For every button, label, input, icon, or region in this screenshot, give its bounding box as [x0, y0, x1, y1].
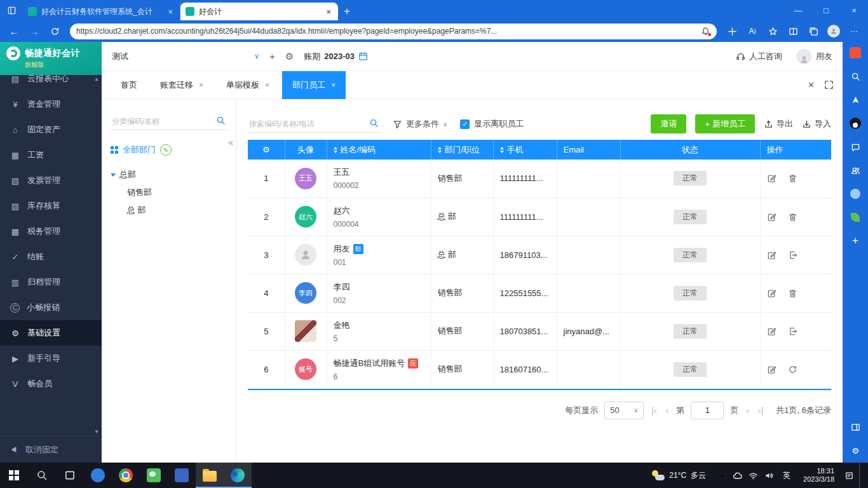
all-departments-row[interactable]: 全部部门 ✎	[111, 144, 227, 156]
sidebar-search-icon[interactable]	[848, 69, 862, 83]
split-screen-icon[interactable]	[784, 22, 802, 40]
tab1-close-icon[interactable]: ×	[166, 7, 175, 17]
sidebar-item-reimburse[interactable]: C小畅报销	[0, 295, 102, 320]
sidebar-item-archive[interactable]: ▥归档管理	[0, 269, 102, 295]
show-desktop-button[interactable]	[859, 463, 868, 488]
employee-search-input[interactable]	[249, 119, 369, 128]
caret-down-icon[interactable]	[111, 173, 116, 177]
window-close-button[interactable]: ×	[840, 0, 868, 20]
qq-icon[interactable]	[848, 116, 862, 130]
export-button[interactable]: 导出	[764, 118, 793, 130]
sidebar-item-report-center[interactable]: ▤云报表中心	[0, 75, 102, 92]
tray-expand-icon[interactable]	[719, 471, 726, 479]
browser-essentials-icon[interactable]	[723, 22, 741, 40]
table-row[interactable]: 6 账号 畅捷通B组试用账号应6 销售部 181607160... 正常	[248, 350, 831, 388]
page-number-input[interactable]	[691, 402, 724, 419]
search-icon[interactable]	[369, 118, 379, 130]
checkbox-checked-icon[interactable]: ✓	[460, 119, 470, 129]
edit-departments-icon[interactable]: ✎	[160, 144, 172, 156]
search-icon[interactable]	[216, 116, 226, 127]
app-icon-chrome[interactable]	[112, 463, 140, 488]
header-dept[interactable]: 部门/职位	[431, 140, 493, 159]
table-row[interactable]: 2 赵六 赵六000004 总 部 111111111... 正常	[248, 198, 831, 236]
user-menu[interactable]: 用友	[796, 49, 832, 64]
invite-button[interactable]: 邀请	[651, 114, 686, 133]
account-selector[interactable]: 测试 ∨	[112, 51, 259, 62]
import-button[interactable]: 导入	[802, 118, 831, 130]
prev-page-button[interactable]: ‹	[665, 405, 670, 416]
sidebar-chat-icon[interactable]	[848, 140, 862, 154]
edit-icon[interactable]	[767, 288, 776, 298]
app-icon-wechat[interactable]	[140, 463, 168, 488]
favorites-icon[interactable]	[764, 22, 782, 40]
sidebar-item-closing[interactable]: ✓结账	[0, 244, 102, 269]
sidebar-add-icon[interactable]: +	[848, 234, 862, 248]
collapse-panel-icon[interactable]: «	[228, 137, 233, 147]
sidebar-item-inventory[interactable]: ▨库存核算	[0, 193, 102, 219]
sidebar-item-tax[interactable]: ▩税务管理	[0, 219, 102, 244]
new-tab-button[interactable]: +	[338, 3, 356, 20]
taskbar-clock[interactable]: 18:31 2023/3/18	[799, 467, 838, 484]
address-bar[interactable]: https://cloud2.chanjet.com/accounting/uh…	[70, 24, 717, 39]
header-phone[interactable]: 手机	[493, 140, 557, 159]
sidebar-panel-icon[interactable]	[848, 420, 862, 434]
start-button[interactable]	[0, 463, 28, 488]
sidebar-item-basic-settings[interactable]: ⚙基础设置	[0, 320, 102, 346]
app-icon-explorer[interactable]	[196, 463, 224, 488]
edit-icon[interactable]	[767, 327, 776, 336]
tab-close-icon[interactable]: ×	[331, 81, 336, 90]
notification-center-icon[interactable]	[844, 471, 854, 480]
volume-icon[interactable]	[764, 471, 774, 480]
delete-icon[interactable]	[788, 173, 797, 183]
table-row[interactable]: 5 金艳5 销售部 180703851... jinyanad@... 正常	[248, 312, 831, 350]
sort-icons[interactable]	[438, 147, 442, 153]
tab-close-icon[interactable]: ×	[199, 81, 203, 90]
close-all-tabs-icon[interactable]: ×	[808, 79, 814, 91]
browser-tab-1[interactable]: 好会计云财务软件管理系统_会计 ×	[23, 3, 180, 20]
delete-icon[interactable]	[788, 288, 797, 298]
page-tab-employees[interactable]: 部门员工×	[282, 71, 346, 99]
more-filters-button[interactable]: 更多条件 ∨	[393, 118, 447, 130]
profile-avatar[interactable]	[825, 22, 843, 40]
sidebar-item-fixed-assets[interactable]: ⌂固定资产	[0, 117, 102, 142]
fullscreen-icon[interactable]	[824, 80, 834, 90]
page-tab-templates[interactable]: 单据模板×	[216, 71, 280, 99]
employee-search[interactable]	[248, 116, 380, 133]
last-page-button[interactable]: ›|	[757, 405, 764, 416]
first-page-button[interactable]: |‹	[650, 405, 658, 416]
sidebar-item-payroll[interactable]: ▦工资	[0, 142, 102, 168]
edit-icon[interactable]	[767, 365, 776, 374]
table-row[interactable]: 4 李四 李四002 销售部 122551555... 正常	[248, 274, 831, 312]
header-name[interactable]: 姓名/编码	[327, 140, 431, 159]
page-tab-migration[interactable]: 账套迁移×	[150, 71, 214, 99]
notifications-blocked-icon[interactable]	[701, 27, 710, 36]
minimize-button[interactable]: —	[784, 0, 812, 20]
sort-icons[interactable]	[334, 147, 337, 153]
sort-icons[interactable]	[500, 147, 504, 153]
sidebar-item-invoices[interactable]: ▧发票管理	[0, 168, 102, 193]
table-row[interactable]: 3 用友部001 总 部 186791103... 正常	[248, 236, 831, 274]
tab2-close-icon[interactable]: ×	[324, 7, 333, 17]
read-aloud-icon[interactable]: A)	[743, 22, 761, 40]
browser-menu-icon[interactable]: ···	[845, 22, 863, 40]
edit-icon[interactable]	[767, 250, 776, 260]
tree-node-root[interactable]: 总部	[111, 166, 227, 184]
maximize-button[interactable]: □	[812, 0, 840, 20]
sidebar-settings-icon[interactable]: ⚙	[848, 444, 862, 458]
promo-icon[interactable]	[848, 46, 862, 60]
consult-button[interactable]: 人工咨询	[736, 51, 782, 62]
department-search-input[interactable]	[112, 117, 216, 126]
page-tab-home[interactable]: 首页	[111, 71, 147, 99]
taskbar-weather[interactable]: 21°C 多云	[644, 463, 714, 488]
sidebar-item-funds[interactable]: ¥资金管理	[0, 92, 102, 117]
tree-node-hq[interactable]: 总 部	[111, 201, 227, 219]
add-employee-button[interactable]: +新增员工	[695, 114, 755, 133]
sidebar-item-guide[interactable]: ▶新手引导	[0, 346, 102, 371]
app-icon-calculator[interactable]	[168, 463, 196, 488]
delete-icon[interactable]	[788, 212, 797, 222]
nav-scroll-down-icon[interactable]: ▼	[94, 429, 99, 435]
refresh-button[interactable]	[46, 22, 64, 40]
network-wifi-icon[interactable]	[749, 471, 758, 480]
onedrive-cloud-icon[interactable]	[733, 471, 742, 480]
task-view-button[interactable]	[56, 463, 84, 488]
